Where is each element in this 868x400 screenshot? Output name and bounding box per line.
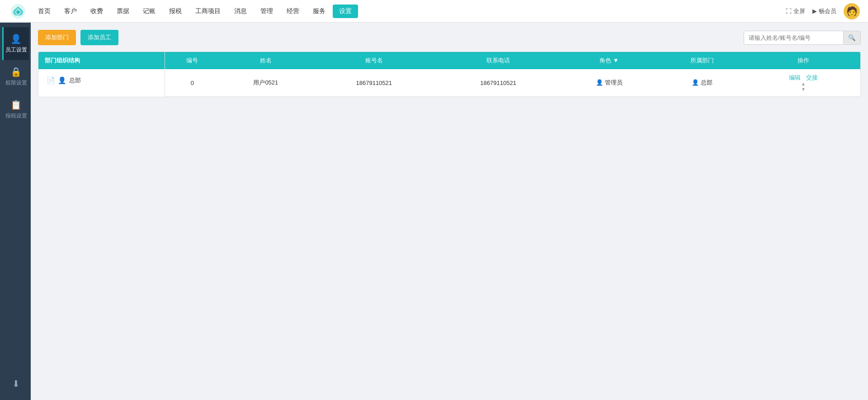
nav-item-票据[interactable]: 票据 bbox=[110, 5, 136, 18]
sidebar-items: 👤 员工设置🔒 权限设置📋 报税设置 bbox=[2, 27, 29, 126]
dept-tree-header: 部门组织结构 bbox=[38, 52, 165, 69]
employee-table: 编号 姓名 账号名 联系电话 角色 ▼ 所属部门 操作 0 用户0521 186… bbox=[165, 52, 860, 97]
dept-user-icon: 👤 bbox=[692, 79, 699, 86]
table: 编号 姓名 账号名 联系电话 角色 ▼ 所属部门 操作 0 用户0521 186… bbox=[165, 52, 860, 97]
main-content: 添加部门 添加员工 🔍 部门组织结构 📄 👤 总部 bbox=[31, 23, 868, 400]
edit-button[interactable]: 编辑 bbox=[787, 74, 802, 82]
col-role[interactable]: 角色 ▼ bbox=[561, 52, 658, 69]
search-button[interactable]: 🔍 bbox=[843, 31, 861, 45]
fullscreen-icon: ⛶ bbox=[786, 8, 792, 14]
dept-node-label: 总部 bbox=[69, 76, 81, 85]
logo-icon bbox=[10, 3, 26, 19]
nav-item-收费[interactable]: 收费 bbox=[84, 5, 109, 18]
user-icon: 👤 bbox=[58, 76, 66, 85]
nav-item-经营[interactable]: 经营 bbox=[280, 5, 306, 18]
col-account: 账号名 bbox=[312, 52, 436, 69]
logo bbox=[5, 3, 32, 19]
nav-item-客户[interactable]: 客户 bbox=[58, 5, 83, 18]
sidebar-label-2: 报税设置 bbox=[5, 112, 27, 120]
nav-item-服务[interactable]: 服务 bbox=[307, 5, 332, 18]
nav-item-消息[interactable]: 消息 bbox=[228, 5, 253, 18]
dept-tree-body: 📄 👤 总部 bbox=[38, 69, 165, 92]
toolbar: 添加部门 添加员工 🔍 bbox=[38, 30, 861, 45]
role-user-icon: 👤 bbox=[596, 79, 603, 86]
scroll-up-icon[interactable]: ▲ bbox=[801, 82, 806, 86]
cell-phone: 18679110521 bbox=[436, 69, 561, 97]
table-header: 编号 姓名 账号名 联系电话 角色 ▼ 所属部门 操作 bbox=[165, 52, 860, 69]
nav-items: 首页客户收费票据记账报税工商项目消息管理经营服务设置 bbox=[32, 5, 786, 18]
nav-item-记账[interactable]: 记账 bbox=[137, 5, 162, 18]
header-row: 编号 姓名 账号名 联系电话 角色 ▼ 所属部门 操作 bbox=[165, 52, 860, 69]
cell-name: 用户0521 bbox=[220, 69, 312, 97]
toolbar-right: 🔍 bbox=[744, 31, 861, 45]
cell-account: 18679110521 bbox=[312, 69, 436, 97]
content-area: 部门组织结构 📄 👤 总部 编号 姓名 账号名 bbox=[38, 52, 861, 97]
member-label: 畅会员 bbox=[819, 7, 836, 15]
col-ops: 操作 bbox=[746, 52, 860, 69]
sidebar-item-2[interactable]: 📋 报税设置 bbox=[2, 93, 29, 126]
member-icon: ▶ bbox=[812, 8, 817, 14]
nav-item-报税[interactable]: 报税 bbox=[163, 5, 188, 18]
nav-item-首页[interactable]: 首页 bbox=[32, 5, 57, 18]
fullscreen-button[interactable]: ⛶ 全屏 bbox=[786, 7, 805, 15]
col-phone: 联系电话 bbox=[436, 52, 561, 69]
transfer-button[interactable]: 交接 bbox=[804, 74, 820, 82]
right-actions: ⛶ 全屏 ▶ 畅会员 🧑 bbox=[786, 3, 860, 19]
sidebar-icon-2: 📋 bbox=[10, 99, 22, 110]
svg-point-1 bbox=[16, 10, 19, 14]
sidebar-icon-0: 👤 bbox=[10, 33, 22, 44]
nav-item-工商项目[interactable]: 工商项目 bbox=[189, 5, 227, 18]
cell-id: 0 bbox=[165, 69, 220, 97]
sidebar-label-0: 员工设置 bbox=[5, 46, 27, 54]
dept-node-general[interactable]: 📄 👤 总部 bbox=[43, 74, 160, 87]
col-name: 姓名 bbox=[220, 52, 312, 69]
add-dept-button[interactable]: 添加部门 bbox=[38, 30, 76, 45]
sidebar-item-1[interactable]: 🔒 权限设置 bbox=[2, 60, 29, 93]
dept-tree: 部门组织结构 📄 👤 总部 bbox=[38, 52, 165, 97]
scroll-arrows: ▲ ▼ bbox=[750, 82, 857, 92]
nav-item-管理[interactable]: 管理 bbox=[254, 5, 279, 18]
sidebar-item-0[interactable]: 👤 员工设置 bbox=[2, 27, 29, 60]
nav-item-设置[interactable]: 设置 bbox=[333, 5, 358, 18]
layout: 👤 员工设置🔒 权限设置📋 报税设置 ⬇ 添加部门 添加员工 🔍 bbox=[0, 23, 868, 400]
sidebar-icon-1: 🔒 bbox=[10, 66, 22, 77]
member-button[interactable]: ▶ 畅会员 bbox=[812, 7, 836, 15]
sidebar-bottom: ⬇ bbox=[9, 372, 22, 400]
sidebar: 👤 员工设置🔒 权限设置📋 报税设置 ⬇ bbox=[0, 23, 31, 400]
sidebar-label-1: 权限设置 bbox=[5, 79, 27, 87]
col-dept: 所属部门 bbox=[658, 52, 746, 69]
cell-role: 👤管理员 bbox=[561, 69, 658, 97]
cell-ops: 编辑 交接 ▲ ▼ bbox=[746, 69, 860, 97]
sidebar-item-download[interactable]: ⬇ bbox=[9, 372, 22, 395]
avatar[interactable]: 🧑 bbox=[844, 3, 860, 19]
scroll-down-icon[interactable]: ▼ bbox=[801, 87, 806, 92]
add-employee-button[interactable]: 添加员工 bbox=[80, 30, 118, 45]
download-icon: ⬇ bbox=[12, 378, 20, 389]
table-row: 0 用户0521 18679110521 18679110521 👤管理员 👤总… bbox=[165, 69, 860, 97]
file-icon: 📄 bbox=[47, 76, 55, 85]
search-input[interactable] bbox=[744, 31, 843, 45]
cell-dept: 👤总部 bbox=[658, 69, 746, 97]
table-body: 0 用户0521 18679110521 18679110521 👤管理员 👤总… bbox=[165, 69, 860, 97]
top-nav: 首页客户收费票据记账报税工商项目消息管理经营服务设置 ⛶ 全屏 ▶ 畅会员 🧑 bbox=[0, 0, 868, 23]
col-id: 编号 bbox=[165, 52, 220, 69]
fullscreen-label: 全屏 bbox=[793, 7, 805, 15]
